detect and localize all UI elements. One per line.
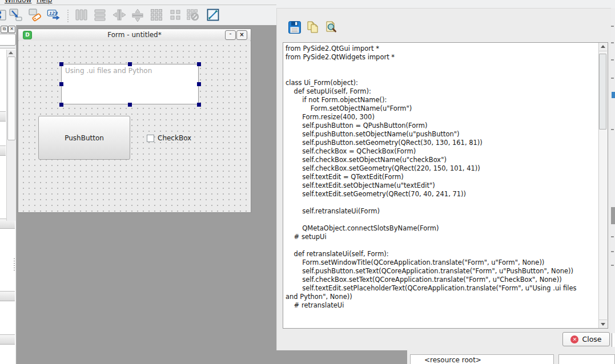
code-line: self.retranslateUi(Form)	[286, 207, 598, 216]
selection-handle-se[interactable]	[197, 103, 201, 107]
code-line: # retranslateUi	[286, 301, 598, 310]
close-button-label: Close	[582, 335, 601, 343]
form-window-title: Form - untitled*	[18, 31, 251, 39]
mdi-area-bottom	[276, 350, 407, 364]
text-edit-widget[interactable]: Using .ui files and Python	[61, 64, 199, 104]
scrollbar-thumb-sliver[interactable]	[611, 207, 615, 224]
widget-category-row[interactable]	[0, 291, 15, 301]
scroll-up-icon[interactable]	[9, 51, 13, 54]
dock-close-icon[interactable]: ✕	[8, 26, 15, 33]
lay-out-form-layout-icon[interactable]	[168, 8, 182, 22]
qt-designer-window: Window Help 123	[0, 0, 615, 364]
code-scrollbar[interactable]	[598, 43, 608, 328]
scroll-down-button[interactable]	[599, 319, 607, 328]
code-line: and Python", None))	[286, 293, 598, 301]
scrollbar-thumb[interactable]	[599, 54, 606, 130]
scroll-down-icon	[601, 323, 605, 326]
code-line: def setupUi(self, Form):	[286, 87, 598, 96]
selection-handle-nw[interactable]	[59, 62, 63, 66]
lay-out-vertical-splitter-icon[interactable]	[131, 8, 144, 22]
selection-handle-w[interactable]	[59, 82, 63, 86]
lay-out-horizontal-splitter-icon[interactable]	[112, 8, 126, 22]
code-line: self.pushButton.setGeometry(QRect(30, 13…	[286, 139, 598, 147]
selected-item-sliver[interactable]	[612, 92, 615, 98]
widget-category-row[interactable]	[0, 334, 15, 345]
tree-branch-mark	[611, 59, 614, 60]
code-line: self.checkBox.setGeometry(QRect(220, 150…	[286, 164, 598, 173]
edit-signals-slots-icon[interactable]	[9, 8, 23, 22]
form-title-bar[interactable]: D Form - untitled* - ×	[18, 29, 251, 41]
tree-branch-mark	[611, 251, 614, 252]
widget-box-scrollbar[interactable]	[6, 50, 15, 221]
close-circle-icon: ✕	[570, 335, 578, 343]
menu-window[interactable]: Window	[5, 0, 31, 4]
push-button-widget[interactable]: PushButton	[38, 116, 130, 160]
svg-text:123: 123	[49, 11, 58, 16]
code-line	[286, 241, 598, 250]
dialog-close-button[interactable]: ✕ Close	[562, 332, 610, 346]
lay-out-grid-icon[interactable]	[150, 8, 163, 22]
adjust-size-icon[interactable]	[206, 8, 220, 22]
main-toolbar: 123	[0, 5, 276, 26]
lay-out-vertically-icon[interactable]	[93, 8, 107, 22]
code-line: from PySide2.QtGui import *	[286, 45, 598, 53]
scroll-up-button[interactable]	[599, 43, 607, 51]
menu-help[interactable]: Help	[37, 0, 52, 4]
edit-buddies-icon[interactable]	[29, 8, 42, 22]
selection-handle-n[interactable]	[128, 62, 132, 66]
tree-branch-mark	[611, 265, 614, 266]
selection-handle-sw[interactable]	[59, 103, 63, 107]
widget-category-row[interactable]	[0, 111, 6, 122]
scroll-up-icon	[601, 45, 605, 48]
code-line: self.textEdit.setGeometry(QRect(70, 40, …	[286, 190, 598, 199]
edit-tab-order-icon[interactable]: 123	[47, 8, 61, 22]
code-line: self.pushButton.setText(QCoreApplication…	[286, 267, 598, 276]
code-line: self.checkBox.setObjectName(u"checkBox")	[286, 156, 598, 164]
tree-branch-mark	[611, 129, 614, 130]
form-canvas[interactable]: Using .ui files and Python PushButton Ch…	[19, 41, 250, 212]
scrollbar-thumb[interactable]	[7, 56, 15, 140]
code-line: Form.resize(400, 300)	[286, 113, 598, 122]
find-icon[interactable]	[324, 21, 338, 34]
splitter-grip[interactable]	[14, 258, 15, 272]
widget-box-list[interactable]	[0, 48, 15, 364]
break-layout-icon[interactable]	[186, 8, 200, 22]
selection-handle-ne[interactable]	[197, 62, 201, 66]
code-preview-dialog: from PySide2.QtGui import *from PySide2.…	[276, 8, 611, 350]
widget-filter-input[interactable]	[0, 34, 16, 46]
code-line: if not Form.objectName():	[286, 96, 598, 104]
code-text: from PySide2.QtGui import *from PySide2.…	[286, 45, 598, 327]
push-button-label: PushButton	[39, 134, 130, 142]
code-line: self.pushButton = QPushButton(Form)	[286, 122, 598, 130]
resource-side-panel[interactable]	[558, 354, 615, 364]
code-text-area[interactable]: from PySide2.QtGui import *from PySide2.…	[283, 42, 608, 329]
resource-tree-panel[interactable]: <resource root>	[410, 354, 554, 364]
save-icon[interactable]	[288, 21, 302, 34]
code-line	[286, 216, 598, 224]
code-line: # setupUi	[286, 233, 598, 241]
code-line	[286, 62, 598, 70]
right-panel-sliver	[611, 8, 615, 350]
code-line: def retranslateUi(self, Form):	[286, 250, 598, 258]
dock-float-icon[interactable]: ⧉	[1, 26, 8, 33]
check-box-widget[interactable]	[147, 135, 154, 142]
lay-out-horizontally-icon[interactable]	[74, 8, 88, 22]
code-line: Form.setObjectName(u"Form")	[286, 104, 598, 113]
resource-root-item[interactable]: <resource root>	[424, 356, 481, 364]
copy-icon[interactable]	[306, 21, 320, 34]
code-line: self.checkBox = QCheckBox(Form)	[286, 147, 598, 156]
close-button[interactable]: ×	[236, 30, 247, 40]
code-line: from PySide2.QtWidgets import *	[286, 53, 598, 62]
selection-handle-s[interactable]	[128, 103, 132, 107]
code-line: self.checkBox.setText(QCoreApplication.t…	[286, 276, 598, 284]
edit-widgets-icon[interactable]	[0, 8, 7, 22]
code-line: class Ui_Form(object):	[286, 79, 598, 87]
widget-category-row[interactable]	[0, 145, 6, 156]
tree-branch-mark	[611, 42, 614, 43]
toolbar-separator	[67, 10, 69, 22]
menu-bar: Window Help	[0, 0, 615, 5]
form-editor-window: D Form - untitled* - × Using .ui files a…	[18, 29, 251, 213]
minimize-button[interactable]: -	[225, 30, 236, 40]
code-line: self.textEdit.setObjectName(u"textEdit")	[286, 181, 598, 190]
selection-handle-e[interactable]	[197, 82, 201, 86]
